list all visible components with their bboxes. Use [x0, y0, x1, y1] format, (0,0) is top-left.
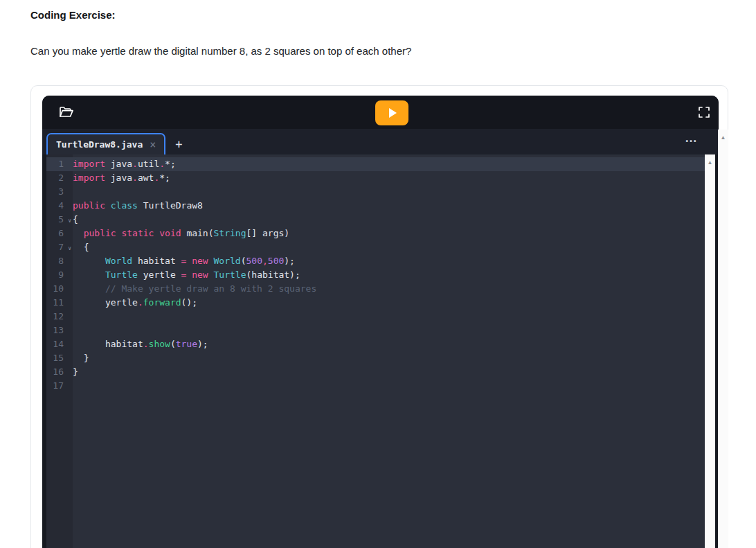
more-options-icon[interactable]: …	[685, 131, 698, 145]
code-text	[73, 324, 705, 337]
code-text: public class TurtleDraw8	[73, 199, 705, 213]
code-line[interactable]: 3	[46, 185, 705, 199]
line-number: 10	[46, 282, 73, 296]
code-text: Turtle yertle = new Turtle(habitat);	[73, 268, 705, 282]
line-number: 14	[46, 337, 73, 351]
widget-scrollbar[interactable]: ▲	[718, 130, 728, 548]
code-text: }	[73, 351, 705, 365]
code-line[interactable]: 2import java.awt.*;	[46, 171, 705, 185]
line-number: 11	[46, 296, 73, 310]
code-text: habitat.show(true);	[73, 337, 705, 351]
line-number: 2	[46, 171, 73, 185]
code-text: // Make yertle draw an 8 with 2 squares	[73, 282, 705, 296]
code-line[interactable]: 8 World habitat = new World(500,500);	[46, 254, 705, 268]
code-line[interactable]: 6 public static void main(String[] args)	[46, 227, 705, 240]
line-number: 16	[46, 365, 73, 379]
fullscreen-icon[interactable]	[698, 106, 710, 118]
code-text: yertle.forward();	[73, 296, 705, 310]
line-number: 8	[46, 254, 73, 268]
exercise-question: Can you make yertle draw the digital num…	[30, 45, 411, 57]
line-number: 5∨	[46, 213, 73, 227]
code-line[interactable]: 7∨ {	[46, 240, 705, 254]
code-line[interactable]: 4public class TurtleDraw8	[46, 199, 705, 213]
code-text	[73, 185, 705, 199]
code-text	[73, 379, 705, 393]
code-line[interactable]: 9 Turtle yertle = new Turtle(habitat);	[46, 268, 705, 282]
code-line[interactable]: 5∨{	[46, 213, 705, 227]
code-text: World habitat = new World(500,500);	[73, 254, 705, 268]
fold-chevron-icon[interactable]: ∨	[68, 214, 71, 228]
line-number: 17	[46, 379, 73, 393]
code-line[interactable]: 14 habitat.show(true);	[46, 337, 705, 351]
code-line[interactable]: 11 yertle.forward();	[46, 296, 705, 310]
code-line[interactable]: 15 }	[46, 351, 705, 365]
line-number: 3	[46, 185, 73, 199]
line-number: 7∨	[46, 240, 73, 254]
code-text: import java.awt.*;	[73, 171, 705, 185]
code-editor: 1import java.util.*;2import java.awt.*;3…	[42, 154, 719, 548]
code-text	[73, 310, 705, 324]
page-title: Coding Exercise:	[30, 9, 116, 21]
play-icon	[389, 108, 397, 118]
code-exercise-card: TurtleDraw8.java × + … 1import java.util…	[30, 85, 728, 548]
code-text: public static void main(String[] args)	[73, 227, 705, 240]
tab-bar: TurtleDraw8.java × + …	[42, 129, 719, 154]
code-lines[interactable]: 1import java.util.*;2import java.awt.*;3…	[46, 154, 705, 548]
close-tab-icon[interactable]: ×	[150, 139, 156, 151]
code-text: {	[73, 213, 705, 227]
ide-header	[42, 96, 719, 129]
line-number: 6	[46, 227, 73, 240]
code-line[interactable]: 10 // Make yertle draw an 8 with 2 squar…	[46, 282, 705, 296]
code-text: import java.util.*;	[73, 157, 705, 171]
line-number: 1	[46, 157, 73, 171]
line-number: 15	[46, 351, 73, 365]
scroll-up-icon[interactable]: ▲	[708, 159, 713, 166]
add-tab-button[interactable]: +	[175, 139, 182, 150]
line-number: 9	[46, 268, 73, 282]
line-number: 13	[46, 324, 73, 337]
embedded-ide: TurtleDraw8.java × + … 1import java.util…	[42, 96, 719, 548]
code-line[interactable]: 17	[46, 379, 705, 393]
line-number: 12	[46, 310, 73, 324]
code-line[interactable]: 12	[46, 310, 705, 324]
code-text: }	[73, 365, 705, 379]
code-line[interactable]: 1import java.util.*;	[46, 157, 705, 171]
editor-scrollbar[interactable]: ▲	[705, 154, 715, 548]
tab-label: TurtleDraw8.java	[56, 139, 143, 150]
run-button[interactable]	[375, 100, 408, 125]
open-folder-icon[interactable]	[59, 106, 74, 118]
code-line[interactable]: 13	[46, 324, 705, 337]
code-text: {	[73, 240, 705, 254]
tab-turtledraw8-java[interactable]: TurtleDraw8.java ×	[46, 133, 165, 154]
code-line[interactable]: 16}	[46, 365, 705, 379]
line-number: 4	[46, 199, 73, 213]
scroll-up-icon[interactable]: ▲	[721, 134, 726, 141]
fold-chevron-icon[interactable]: ∨	[68, 242, 71, 256]
